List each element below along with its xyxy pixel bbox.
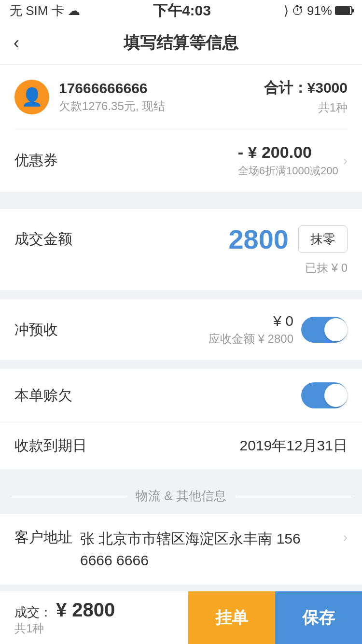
page-title: 填写结算等信息 bbox=[124, 32, 238, 54]
due-date-value: 2019年12月31日 bbox=[240, 436, 348, 456]
coupon-right: - ¥ 200.00 全场6折满1000减200 › bbox=[238, 143, 348, 178]
prepayment-sub-value: 应收金额 ¥ 2800 bbox=[209, 331, 293, 347]
footer-info: 成交： ¥ 2800 共1种 bbox=[0, 599, 188, 636]
debt-row: 本单赊欠 bbox=[0, 369, 362, 422]
due-date-label: 收款到期日 bbox=[14, 436, 87, 456]
footer: 成交： ¥ 2800 共1种 挂单 保存 bbox=[0, 591, 362, 644]
prepayment-main-value: ¥ 0 bbox=[209, 313, 293, 329]
toggle-knob bbox=[324, 318, 348, 341]
round-button[interactable]: 抹零 bbox=[298, 225, 348, 253]
amount-value: 2800 bbox=[228, 224, 289, 255]
location-icon: ⟩ bbox=[284, 3, 289, 18]
coupon-discount: - ¥ 200.00 bbox=[238, 143, 338, 162]
prepayment-toggle[interactable] bbox=[301, 317, 348, 343]
status-left: 无 SIM 卡 ☁ bbox=[10, 2, 80, 19]
hold-button[interactable]: 挂单 bbox=[188, 591, 275, 644]
coupon-info: - ¥ 200.00 全场6折满1000减200 bbox=[238, 143, 338, 178]
due-date-row: 收款到期日 2019年12月31日 bbox=[0, 422, 362, 469]
footer-trans-label: 成交： bbox=[14, 604, 52, 621]
amount-sub-row: 已抹 ¥ 0 bbox=[14, 260, 348, 276]
coupon-chevron-icon: › bbox=[343, 153, 348, 168]
coupon-label: 优惠券 bbox=[14, 151, 58, 170]
battery-text: 91% bbox=[307, 3, 332, 18]
separator-2 bbox=[0, 360, 362, 369]
prepayment-value: ¥ 0 应收金额 ¥ 2800 bbox=[209, 313, 293, 347]
back-button[interactable]: ‹ bbox=[14, 33, 19, 53]
prepayment-row: 冲预收 ¥ 0 应收金额 ¥ 2800 bbox=[0, 299, 362, 360]
user-total: 合计：¥3000 共1种 bbox=[264, 78, 348, 115]
user-phone: 17666666666 bbox=[59, 80, 165, 97]
status-bar: 无 SIM 卡 ☁ 下午4:03 ⟩ ⏱ 91% bbox=[0, 0, 362, 21]
amount-row: 成交金额 2800 抹零 bbox=[14, 224, 348, 255]
address-value: 张 北京市市辖区海淀区永丰南 156 6666 6666 bbox=[80, 528, 335, 571]
total-amount: 合计：¥3000 bbox=[264, 78, 348, 98]
coupon-row[interactable]: 优惠券 - ¥ 200.00 全场6折满1000减200 › bbox=[0, 129, 362, 192]
user-info: 17666666666 欠款1276.35元, 现结 bbox=[59, 80, 165, 114]
status-right: ⟩ ⏱ 91% bbox=[284, 3, 352, 18]
clock-icon: ⏱ bbox=[292, 3, 304, 18]
amount-value-group: 2800 抹零 bbox=[228, 224, 348, 255]
amount-section: 成交金额 2800 抹零 已抹 ¥ 0 bbox=[0, 209, 362, 290]
user-row: 👤 17666666666 欠款1276.35元, 现结 合计：¥3000 共1… bbox=[0, 65, 362, 129]
save-button[interactable]: 保存 bbox=[275, 591, 362, 644]
divider-line-left bbox=[10, 496, 126, 496]
battery-icon bbox=[335, 6, 352, 15]
debt-toggle-knob bbox=[324, 384, 348, 407]
logistics-divider: 物流 & 其他信息 bbox=[0, 478, 362, 514]
footer-count: 共1种 bbox=[14, 621, 174, 636]
footer-amount: ¥ 2800 bbox=[56, 599, 115, 621]
separator-1 bbox=[0, 200, 362, 209]
user-sub-text: 欠款1276.35元, 现结 bbox=[59, 98, 165, 114]
amount-label: 成交金额 bbox=[14, 229, 72, 249]
coupon-desc: 全场6折满1000减200 bbox=[238, 164, 338, 178]
status-time: 下午4:03 bbox=[153, 1, 211, 21]
total-count: 共1种 bbox=[264, 100, 348, 115]
sim-indicator: 无 SIM 卡 ☁ bbox=[10, 2, 80, 19]
amount-sub-text: 已抹 ¥ 0 bbox=[305, 261, 348, 274]
separator-3 bbox=[0, 469, 362, 478]
address-chevron-icon: › bbox=[343, 530, 348, 545]
address-label: 客户地址 bbox=[14, 528, 72, 547]
address-row[interactable]: 客户地址 张 北京市市辖区海淀区永丰南 156 6666 6666 › bbox=[0, 514, 362, 585]
prepayment-label: 冲预收 bbox=[14, 320, 58, 340]
user-info-section: 👤 17666666666 欠款1276.35元, 现结 合计：¥3000 共1… bbox=[0, 65, 362, 192]
nav-bar: ‹ 填写结算等信息 bbox=[0, 21, 362, 65]
divider-line-right bbox=[236, 496, 352, 496]
debt-toggle[interactable] bbox=[301, 382, 348, 408]
prepayment-right: ¥ 0 应收金额 ¥ 2800 bbox=[209, 313, 348, 347]
avatar-icon: 👤 bbox=[21, 87, 43, 107]
logistics-label: 物流 & 其他信息 bbox=[136, 488, 226, 504]
avatar: 👤 bbox=[14, 80, 49, 114]
debt-label: 本单赊欠 bbox=[14, 386, 72, 406]
user-left: 👤 17666666666 欠款1276.35元, 现结 bbox=[14, 80, 165, 114]
